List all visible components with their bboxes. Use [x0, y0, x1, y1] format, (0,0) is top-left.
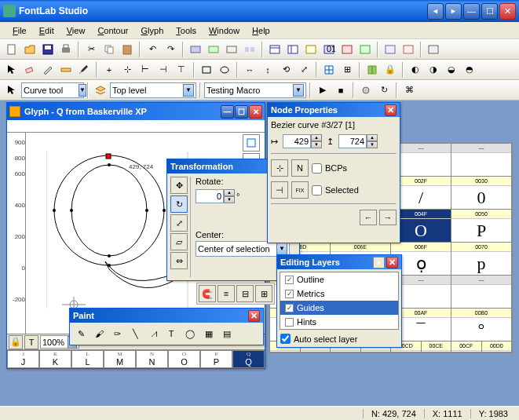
eraser-icon[interactable]	[21, 61, 38, 79]
rotate-up[interactable]: ▲	[224, 189, 235, 196]
arrow-tool-icon[interactable]	[3, 61, 20, 79]
glyph-tab-k[interactable]: KK	[39, 350, 71, 368]
close-button[interactable]: ✕	[499, 3, 516, 20]
node-4-icon[interactable]: ⊤	[173, 61, 190, 79]
menu-view[interactable]: View	[60, 24, 92, 37]
glyph-tab-n[interactable]: NN	[136, 350, 168, 368]
node-2-icon[interactable]: ⊢	[137, 61, 154, 79]
arrow2-icon[interactable]	[3, 82, 20, 99]
ruler-icon[interactable]	[57, 61, 75, 79]
rotate-mode-icon[interactable]: ↻	[170, 195, 188, 213]
hint-icon[interactable]: ⊟	[236, 285, 254, 302]
menu-edit[interactable]: Edit	[33, 24, 60, 37]
new-icon[interactable]	[3, 41, 20, 58]
menu-window[interactable]: Window	[203, 24, 246, 37]
addpoint-icon[interactable]: +	[101, 61, 118, 79]
tool-combo[interactable]: ▼	[21, 82, 84, 98]
grid-icon[interactable]	[320, 61, 338, 79]
level-combo-input[interactable]	[112, 86, 183, 95]
paint-close[interactable]: ✕	[248, 310, 260, 322]
stop-icon[interactable]: ■	[332, 82, 349, 99]
fill-icon[interactable]: ▦	[200, 325, 217, 342]
glyph-tab-q[interactable]: QQ	[232, 350, 265, 368]
transform-3-icon[interactable]: ⟲	[277, 61, 294, 79]
macro-combo[interactable]: ▼	[204, 82, 306, 98]
options-icon[interactable]: ▤	[218, 325, 236, 342]
layers-title[interactable]: Editing Layers ▸ ✕	[277, 255, 401, 269]
layers-icon[interactable]	[92, 82, 109, 99]
pen-icon[interactable]	[75, 61, 93, 79]
chevron-down-icon[interactable]: ▼	[79, 84, 86, 97]
center-combo[interactable]: ▼	[196, 241, 290, 257]
glyph-tab-o[interactable]: OO	[168, 350, 200, 368]
menu-contour[interactable]: Contour	[91, 24, 134, 37]
script-icon[interactable]: ⌘	[400, 82, 418, 99]
paint-title[interactable]: Paint ✕	[70, 309, 263, 323]
brush-icon[interactable]: 🖌	[90, 325, 108, 342]
transform-4-icon[interactable]: ⤢	[295, 61, 312, 79]
redo-icon[interactable]: ↷	[162, 41, 179, 58]
maximize-button[interactable]: ☐	[481, 3, 498, 20]
undo-icon[interactable]: ↶	[144, 41, 161, 58]
bcps-check[interactable]: BCPs	[312, 162, 347, 175]
copy-icon[interactable]	[101, 41, 118, 58]
paste-icon[interactable]	[119, 41, 136, 58]
ruler-horizontal[interactable]	[7, 120, 265, 133]
panel-1-icon[interactable]	[266, 41, 283, 58]
layer-hints[interactable]: Hints	[280, 315, 398, 329]
glyph-close[interactable]: ✕	[249, 105, 262, 119]
x-input[interactable]	[283, 134, 311, 148]
layers-options[interactable]: ▸	[373, 257, 385, 268]
move-mode-icon[interactable]: ✥	[170, 177, 188, 194]
snap-icon[interactable]: ⊞	[338, 61, 356, 79]
record-icon[interactable]	[357, 82, 375, 99]
mirror-mode-icon[interactable]: ⇔	[170, 252, 188, 269]
ellipse-icon[interactable]	[216, 61, 233, 79]
polyline-icon[interactable]: ⩘	[144, 325, 162, 342]
magnet-icon[interactable]: 🧲	[199, 285, 216, 302]
rotate-down[interactable]: ▼	[224, 196, 235, 203]
nodeprops-title[interactable]: Node Properties ✕	[268, 103, 400, 117]
print-icon[interactable]	[57, 41, 75, 58]
ruler-vertical[interactable]: 900 800 600 400 200 0 -200	[7, 133, 26, 334]
chevron-down-icon[interactable]: ▼	[293, 84, 304, 97]
scale-mode-icon[interactable]: ⤢	[170, 214, 188, 232]
menu-help[interactable]: Help	[246, 24, 276, 37]
canvas-tool-1[interactable]	[243, 134, 260, 152]
panel-8-icon[interactable]	[400, 41, 417, 58]
text-mode-icon[interactable]: T	[24, 335, 38, 349]
panel-9-icon[interactable]	[425, 41, 442, 58]
metric-icon[interactable]: ⊞	[255, 285, 272, 302]
tool-d-icon[interactable]	[241, 41, 258, 58]
y-input[interactable]	[338, 134, 367, 148]
misc-1-icon[interactable]: ◐	[407, 61, 424, 79]
next-node-button[interactable]: →	[379, 210, 397, 225]
panel-5-icon[interactable]	[338, 41, 356, 58]
book-icon[interactable]	[364, 61, 381, 79]
panel-2-icon[interactable]	[284, 41, 302, 58]
layer-guides[interactable]: ✓Guides	[280, 301, 398, 315]
rotate-input[interactable]	[196, 189, 224, 203]
align-icon[interactable]: ≡	[217, 285, 235, 302]
misc-2-icon[interactable]: ◑	[425, 61, 442, 79]
contour-icon[interactable]: ◯	[181, 325, 199, 342]
cut-icon[interactable]: ✂	[82, 41, 100, 58]
glyph-titlebar[interactable]: Glyph - Q from Baskerville XP — ☐ ✕	[7, 103, 265, 120]
skew-mode-icon[interactable]: ▱	[170, 233, 188, 250]
glyph-tab-p[interactable]: PP	[200, 350, 232, 368]
open-icon[interactable]	[21, 41, 38, 58]
panel-6-icon[interactable]	[356, 41, 374, 58]
auto-select-check[interactable]: Auto select layer	[277, 332, 401, 347]
misc-3-icon[interactable]: ◒	[443, 61, 460, 79]
refresh-icon[interactable]: ↻	[375, 82, 393, 99]
menu-glyph[interactable]: Glyph	[135, 24, 170, 37]
transform-1-icon[interactable]: ↔	[241, 61, 258, 79]
selected-check[interactable]: Selected	[312, 184, 359, 197]
glyph-tab-m[interactable]: MM	[104, 350, 136, 368]
level-combo[interactable]: ▼	[110, 82, 196, 98]
tool-b-icon[interactable]	[205, 41, 222, 58]
panel-3-icon[interactable]	[302, 41, 320, 58]
node-1-icon[interactable]: ⊹	[119, 61, 136, 79]
glyph-minimize[interactable]: —	[221, 105, 234, 119]
menu-file[interactable]: File	[6, 24, 33, 37]
